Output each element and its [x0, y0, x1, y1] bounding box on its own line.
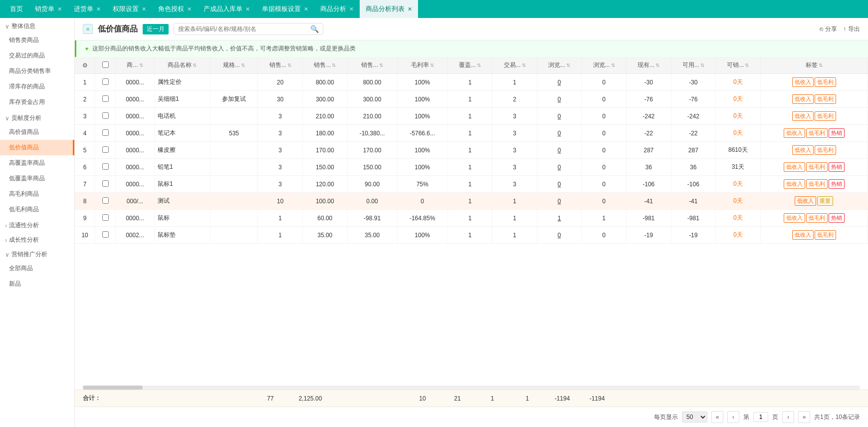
- row-view1[interactable]: 0: [537, 91, 582, 108]
- row-checkbox[interactable]: [95, 91, 116, 108]
- row-view1[interactable]: 0: [537, 108, 582, 125]
- view1-link[interactable]: 0: [558, 232, 561, 239]
- view1-link[interactable]: 1: [558, 215, 561, 222]
- col-available[interactable]: 可用...⇅: [671, 57, 716, 74]
- share-button[interactable]: ⎋ 分享: [820, 25, 837, 33]
- row-view1[interactable]: 1: [537, 210, 582, 227]
- sidebar-item-low-value[interactable]: 低价值商品: [0, 140, 74, 155]
- sidebar-item-high-value[interactable]: 高价值商品: [0, 124, 74, 140]
- first-page-button[interactable]: «: [711, 411, 723, 423]
- sidebar-item-traded-products[interactable]: 交易过的商品: [0, 48, 74, 63]
- col-stock[interactable]: 现有...⇅: [626, 57, 671, 74]
- view1-link[interactable]: 0: [558, 198, 561, 205]
- row-select-checkbox[interactable]: [102, 197, 109, 204]
- row-select-checkbox[interactable]: [102, 163, 109, 170]
- sidebar-item-sales-products[interactable]: 销售类商品: [0, 32, 74, 48]
- col-view1[interactable]: 浏览...⇅: [537, 57, 582, 74]
- col-settings[interactable]: ⚙: [75, 57, 95, 74]
- sidebar-item-all-products[interactable]: 全部商品: [0, 261, 74, 276]
- row-view1[interactable]: 0: [537, 74, 582, 91]
- export-button[interactable]: ↑ 导出: [843, 25, 860, 33]
- close-icon[interactable]: ✕: [96, 6, 101, 12]
- row-select-checkbox[interactable]: [102, 180, 109, 187]
- sidebar-item-new-products[interactable]: 新品: [0, 276, 74, 292]
- sidebar-item-inventory-capital[interactable]: 库存资金占用: [0, 94, 74, 110]
- row-checkbox[interactable]: [95, 193, 116, 210]
- row-checkbox[interactable]: [95, 210, 116, 227]
- sidebar-item-low-margin[interactable]: 低毛利商品: [0, 202, 74, 217]
- col-spec[interactable]: 规格...⇅: [210, 57, 258, 74]
- col-gross-rate[interactable]: 毛利率⇅: [397, 57, 447, 74]
- horizontal-scrollbar[interactable]: [83, 386, 860, 390]
- sidebar-section-marketing[interactable]: ∨ 营销推广分析: [0, 246, 74, 261]
- col-name[interactable]: 商品名称⇅: [155, 57, 211, 74]
- search-input[interactable]: [178, 25, 310, 32]
- next-page-button[interactable]: ›: [782, 411, 794, 423]
- sidebar-item-category-sales-rate[interactable]: 商品分类销售率: [0, 63, 74, 79]
- sidebar-item-stagnant-products[interactable]: 滞库存的商品: [0, 79, 74, 94]
- col-trade[interactable]: 交易...⇅: [492, 57, 537, 74]
- nav-role-auth[interactable]: 角色授权 ✕: [152, 0, 198, 18]
- select-all-checkbox[interactable]: [102, 61, 109, 68]
- view1-link[interactable]: 0: [558, 181, 561, 188]
- nav-product-analysis[interactable]: 商品分析 ✕: [314, 0, 360, 18]
- row-checkbox[interactable]: [95, 142, 116, 159]
- close-icon[interactable]: ✕: [349, 6, 354, 12]
- row-view1[interactable]: 0: [537, 142, 582, 159]
- view1-link[interactable]: 0: [558, 130, 561, 137]
- view1-link[interactable]: 0: [558, 96, 561, 103]
- sidebar-section-liquidity[interactable]: › 流通性分析: [0, 217, 74, 232]
- nav-sales-order[interactable]: 销货单 ✕: [29, 0, 68, 18]
- last-page-button[interactable]: »: [798, 411, 810, 423]
- row-checkbox[interactable]: [95, 74, 116, 91]
- row-checkbox[interactable]: [95, 125, 116, 142]
- col-saleable[interactable]: 可销...⇅: [716, 57, 761, 74]
- row-select-checkbox[interactable]: [102, 129, 109, 136]
- nav-home[interactable]: 首页: [4, 0, 29, 18]
- row-view1[interactable]: 0: [537, 227, 582, 244]
- sidebar-item-high-margin[interactable]: 高毛利商品: [0, 186, 74, 202]
- row-select-checkbox[interactable]: [102, 231, 109, 238]
- nav-purchase-order[interactable]: 进货单 ✕: [68, 0, 107, 18]
- col-sales-avg[interactable]: 销售...⇅: [347, 57, 397, 74]
- row-view1[interactable]: 0: [537, 193, 582, 210]
- close-icon[interactable]: ✕: [57, 6, 62, 12]
- close-icon[interactable]: ✕: [245, 6, 250, 12]
- view1-link[interactable]: 0: [558, 113, 561, 120]
- view1-link[interactable]: 0: [558, 79, 561, 86]
- sidebar-section-growth[interactable]: › 成长性分析: [0, 232, 74, 246]
- sidebar-section-contribution[interactable]: ∨ 贡献度分析: [0, 110, 74, 124]
- sidebar-section-overall[interactable]: ∨ 整体信息: [0, 18, 74, 32]
- close-icon[interactable]: ✕: [408, 6, 412, 12]
- sidebar-item-low-coverage[interactable]: 低覆盖率商品: [0, 171, 74, 186]
- col-view2[interactable]: 浏览...⇅: [582, 57, 627, 74]
- col-cover[interactable]: 覆盖...⇅: [447, 57, 492, 74]
- period-tag[interactable]: 近一月: [143, 24, 169, 34]
- row-select-checkbox[interactable]: [102, 112, 109, 119]
- row-checkbox[interactable]: [95, 227, 116, 244]
- row-select-checkbox[interactable]: [102, 214, 109, 221]
- row-select-checkbox[interactable]: [102, 95, 109, 102]
- row-checkbox[interactable]: [95, 108, 116, 125]
- row-select-checkbox[interactable]: [102, 78, 109, 85]
- search-icon[interactable]: 🔍: [310, 25, 319, 33]
- nav-template-settings[interactable]: 单据模板设置 ✕: [256, 0, 314, 18]
- prev-page-button[interactable]: ‹: [727, 411, 739, 423]
- row-select-checkbox[interactable]: [102, 146, 109, 153]
- nav-product-analysis-list[interactable]: 商品分析列表 ✕: [360, 0, 418, 18]
- sidebar-item-high-coverage[interactable]: 高覆盖率商品: [0, 155, 74, 171]
- col-code[interactable]: 商...⇅: [115, 57, 154, 74]
- page-number-input[interactable]: [753, 412, 768, 422]
- close-icon[interactable]: ✕: [142, 6, 146, 12]
- row-checkbox[interactable]: [95, 159, 116, 176]
- sidebar-collapse-button[interactable]: «: [83, 24, 93, 34]
- close-icon[interactable]: ✕: [304, 6, 308, 12]
- col-sales-qty[interactable]: 销售...⇅: [258, 57, 303, 74]
- nav-product-inbound[interactable]: 产成品入库单 ✕: [198, 0, 256, 18]
- col-tags[interactable]: 标签⇅: [760, 57, 868, 74]
- view1-link[interactable]: 0: [558, 147, 561, 154]
- row-view1[interactable]: 0: [537, 159, 582, 176]
- close-icon[interactable]: ✕: [187, 6, 192, 12]
- row-view1[interactable]: 0: [537, 125, 582, 142]
- row-view1[interactable]: 0: [537, 176, 582, 193]
